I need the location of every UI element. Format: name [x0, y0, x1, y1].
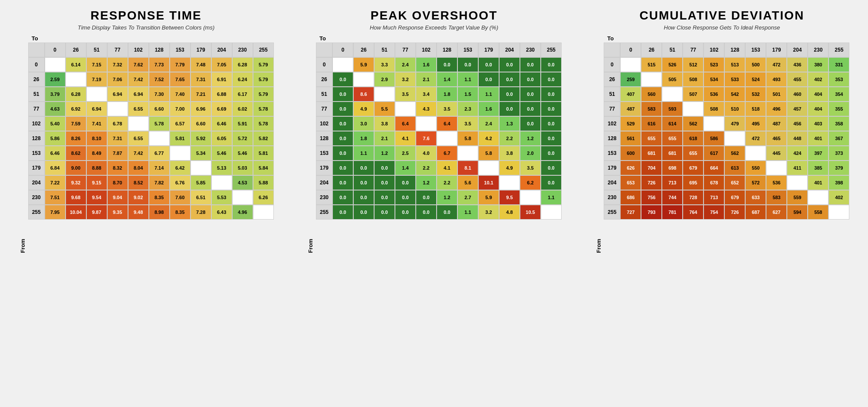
col-header-9: 204 — [787, 43, 808, 57]
data-row-0: 06.147.157.327.627.737.797.487.056.285.7… — [28, 57, 274, 72]
cell-7-6: 8.1 — [457, 161, 478, 175]
cell-3-0: 4.63 — [45, 102, 66, 116]
cell-2-10: 5.79 — [253, 87, 274, 102]
cell-9-6: 2.7 — [457, 190, 478, 205]
cell-6-1: 8.62 — [66, 146, 86, 161]
cell-6-0: 0.0 — [332, 146, 353, 161]
cell-6-6 — [745, 146, 766, 161]
cell-3-4: 508 — [704, 102, 724, 116]
cell-10-2: 9.87 — [86, 205, 107, 220]
cell-0-7: 7.48 — [191, 57, 211, 72]
data-row-0: 05.93.32.41.60.00.00.00.00.00.0 — [316, 57, 562, 72]
cell-0-3: 512 — [683, 57, 704, 72]
cell-7-5: 4.1 — [437, 161, 457, 175]
cell-5-7: 5.92 — [191, 131, 211, 146]
row-header-9: 230 — [316, 190, 332, 205]
cell-5-8: 6.05 — [211, 131, 232, 146]
data-row-2: 51407560507536542532501460404354 — [604, 87, 849, 102]
row-header-2: 51 — [316, 87, 332, 102]
cell-2-0: 3.79 — [45, 87, 66, 102]
cell-3-6: 518 — [745, 102, 766, 116]
cell-8-8 — [211, 175, 232, 190]
row-header-7: 179 — [316, 161, 332, 175]
header-row-cumulative_deviation: 0265177102128153179204230255 — [604, 43, 849, 57]
cell-4-10: 0.0 — [541, 116, 562, 131]
cell-2-2 — [374, 87, 395, 102]
cell-7-2: 698 — [662, 161, 683, 175]
cell-1-5: 533 — [724, 72, 745, 87]
cell-3-5: 3.5 — [437, 102, 457, 116]
cell-9-4: 0.0 — [416, 190, 437, 205]
cell-5-6: 472 — [745, 131, 766, 146]
subtitle-peak_overshoot: How Much Response Exceeds Target Value B… — [370, 24, 498, 31]
cell-8-0: 7.22 — [45, 175, 66, 190]
cell-2-4: 6.94 — [128, 87, 149, 102]
cell-3-5: 6.60 — [149, 102, 170, 116]
cell-0-2: 526 — [662, 57, 683, 72]
col-header-3: 51 — [662, 43, 683, 57]
cell-2-10: 0.0 — [541, 87, 562, 102]
cell-9-9 — [520, 190, 541, 205]
cell-8-2: 0.0 — [374, 175, 395, 190]
cell-10-10 — [541, 205, 562, 220]
cell-3-4: 6.55 — [128, 102, 149, 116]
cell-5-2: 8.10 — [86, 131, 107, 146]
cell-5-6: 5.81 — [170, 131, 191, 146]
section-cumulative_deviation: CUMULATIVE DEVIATIONHow Close Response G… — [585, 9, 859, 407]
cell-0-4: 1.6 — [416, 57, 437, 72]
cell-1-0: 0.0 — [332, 72, 353, 87]
cell-9-0: 7.51 — [45, 190, 66, 205]
col-header-0 — [604, 43, 620, 57]
cell-1-8: 6.91 — [211, 72, 232, 87]
cell-2-1: 8.6 — [353, 87, 374, 102]
col-header-7: 153 — [170, 43, 191, 57]
data-row-7: 179626704698679664613550411385379 — [604, 161, 849, 175]
cell-7-0: 626 — [620, 161, 641, 175]
col-header-4: 77 — [107, 43, 128, 57]
cell-4-6: 495 — [745, 116, 766, 131]
cell-6-9: 2.0 — [520, 146, 541, 161]
cell-6-5: 6.77 — [149, 146, 170, 161]
grid-response_time: 026517710212815317920423025506.147.157.3… — [28, 43, 274, 407]
cell-2-5: 7.30 — [149, 87, 170, 102]
col-header-1: 0 — [45, 43, 66, 57]
data-row-5: 1285.868.268.107.316.555.815.926.055.725… — [28, 131, 274, 146]
row-header-9: 230 — [604, 190, 620, 205]
cell-9-9 — [808, 190, 829, 205]
cell-10-2: 781 — [662, 205, 683, 220]
data-row-2: 513.796.286.946.947.307.407.216.886.175.… — [28, 87, 274, 102]
cell-6-2: 681 — [662, 146, 683, 161]
cell-7-1: 704 — [641, 161, 662, 175]
cell-8-8 — [499, 175, 520, 190]
cell-7-4: 8.04 — [128, 161, 149, 175]
cell-1-4: 2.1 — [416, 72, 437, 87]
cell-8-2: 713 — [662, 175, 683, 190]
cell-8-6: 6.76 — [170, 175, 191, 190]
cell-3-8: 457 — [787, 102, 808, 116]
cell-0-1: 515 — [641, 57, 662, 72]
cell-8-1: 9.32 — [66, 175, 86, 190]
cell-7-9: 5.03 — [232, 161, 253, 175]
cell-6-8: 5.46 — [211, 146, 232, 161]
cell-6-8: 424 — [787, 146, 808, 161]
cell-0-8: 7.05 — [211, 57, 232, 72]
col-header-2: 26 — [641, 43, 662, 57]
cell-8-10: 5.88 — [253, 175, 274, 190]
cell-3-1: 6.92 — [66, 102, 86, 116]
matrix-wrapper-peak_overshoot: ToFrom026517710212815317920423025505.93.… — [306, 35, 562, 407]
col-header-4: 77 — [683, 43, 704, 57]
cell-1-8: 455 — [787, 72, 808, 87]
charts-row: RESPONSE TIMETime Display Takes To Trans… — [9, 9, 859, 407]
cell-0-4: 7.62 — [128, 57, 149, 72]
cell-7-0: 0.0 — [332, 161, 353, 175]
cell-2-4: 3.4 — [416, 87, 437, 102]
row-header-8: 204 — [604, 175, 620, 190]
col-header-6: 128 — [149, 43, 170, 57]
cell-10-6: 687 — [745, 205, 766, 220]
to-label-peak_overshoot: To — [306, 35, 562, 42]
cell-5-9: 1.2 — [520, 131, 541, 146]
row-header-1: 26 — [604, 72, 620, 87]
from-label-response_time: From — [19, 43, 27, 407]
col-header-5: 102 — [704, 43, 724, 57]
cell-6-2: 8.49 — [86, 146, 107, 161]
